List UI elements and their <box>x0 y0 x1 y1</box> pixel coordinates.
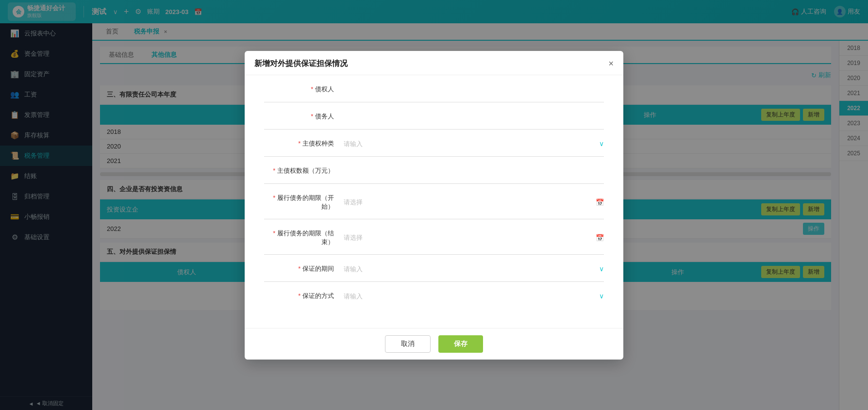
guarantee-period-chevron-icon[interactable]: ∨ <box>599 265 604 273</box>
guarantee-method-chevron-icon[interactable]: ∨ <box>599 292 604 300</box>
claim-amount-input[interactable] <box>342 166 604 176</box>
form-row-period-end: * 履行债务的期限（结束） 📅 <box>264 229 604 255</box>
form-row-guarantee-method: * 保证的方式 ∨ <box>264 292 604 309</box>
form-row-guarantee-period: * 保证的期间 ∨ <box>264 264 604 282</box>
form-field-creditor <box>342 85 604 94</box>
calendar-start-icon[interactable]: 📅 <box>596 198 604 206</box>
modal-body: * 债权人 * 债务人 * <box>245 75 623 328</box>
save-button[interactable]: 保存 <box>438 335 483 353</box>
debtor-input[interactable] <box>342 112 604 121</box>
form-field-claim-type: ∨ <box>342 139 604 148</box>
form-label-debtor: * 债务人 <box>264 112 342 121</box>
guarantee-period-input[interactable] <box>342 264 599 274</box>
calendar-end-icon[interactable]: 📅 <box>596 234 604 242</box>
modal-overlay[interactable]: 新增对外提供保证担保情况 × * 债权人 * 债务人 <box>0 0 868 410</box>
modal-dialog: 新增对外提供保证担保情况 × * 债权人 * 债务人 <box>245 51 623 360</box>
form-row-claim-type: * 主债权种类 ∨ <box>264 139 604 157</box>
form-label-creditor: * 债权人 <box>264 85 342 94</box>
form-field-guarantee-period: ∨ <box>342 264 604 274</box>
creditor-input[interactable] <box>342 85 604 94</box>
form-field-debtor <box>342 112 604 121</box>
guarantee-method-input[interactable] <box>342 292 599 301</box>
form-label-guarantee-method: * 保证的方式 <box>264 292 342 300</box>
form-row-debtor: * 债务人 <box>264 112 604 130</box>
form-label-period-end: * 履行债务的期限（结束） <box>264 229 342 246</box>
form-label-claim-amount: * 主债权数额（万元） <box>264 166 342 175</box>
form-field-guarantee-method: ∨ <box>342 292 604 301</box>
modal-header: 新增对外提供保证担保情况 × <box>245 51 623 75</box>
claim-type-chevron-icon[interactable]: ∨ <box>599 140 604 148</box>
modal-footer: 取消 保存 <box>245 328 623 360</box>
cancel-button[interactable]: 取消 <box>385 335 431 353</box>
form-label-claim-type: * 主债权种类 <box>264 139 342 148</box>
form-row-claim-amount: * 主债权数额（万元） <box>264 166 604 184</box>
form-field-claim-amount <box>342 166 604 176</box>
form-field-period-end: 📅 <box>342 233 604 242</box>
form-field-period-start: 📅 <box>342 197 604 207</box>
modal-title: 新增对外提供保证担保情况 <box>254 59 348 69</box>
form-label-guarantee-period: * 保证的期间 <box>264 264 342 273</box>
form-row-period-start: * 履行债务的期限（开始） 📅 <box>264 194 604 219</box>
period-end-input[interactable] <box>342 233 592 242</box>
modal-close-button[interactable]: × <box>608 59 614 68</box>
claim-type-input[interactable] <box>342 139 599 148</box>
form-row-creditor: * 债权人 <box>264 85 604 102</box>
form-label-period-start: * 履行债务的期限（开始） <box>264 194 342 211</box>
period-start-input[interactable] <box>342 197 592 207</box>
